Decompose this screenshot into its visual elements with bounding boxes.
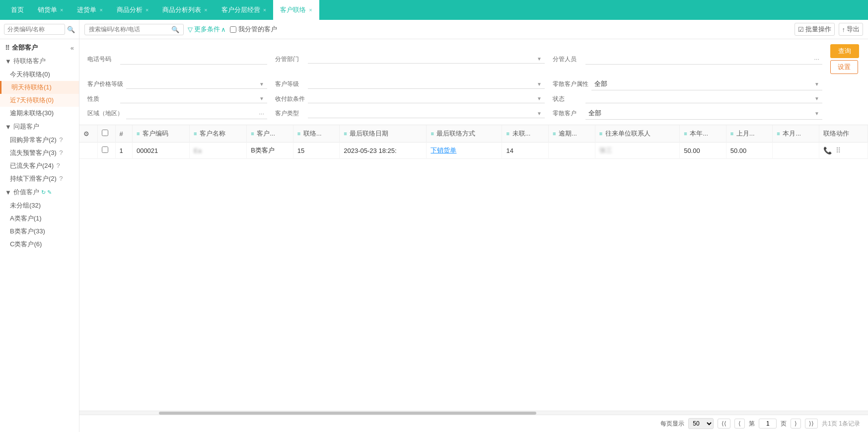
sidebar-pending-group[interactable]: ▼ 待联络客户 <box>0 54 79 68</box>
edit-icon[interactable]: ✎ <box>47 189 52 196</box>
help-icon-2: ? <box>56 162 60 169</box>
cvg-arrow: ▼ <box>259 81 264 87</box>
sidebar-item-a-class[interactable]: A类客户(1) <box>0 212 79 225</box>
query-btn[interactable]: 查询 <box>830 44 859 58</box>
ra-arrow: ▼ <box>814 81 819 87</box>
nav-home[interactable]: 首页 <box>4 0 31 20</box>
sidebar-item-tomorrow-pending[interactable]: 明天待联络(1) <box>0 81 79 94</box>
settings-btn[interactable]: 设置 <box>830 60 858 74</box>
sidebar-search-icon[interactable]: 🔍 <box>67 26 75 33</box>
td-seq: 1 <box>115 143 132 159</box>
nav-product-analysis-list[interactable]: 商品分析列表 × <box>155 0 214 20</box>
filter-retail-attr-label: 零散客户属性 <box>553 80 588 88</box>
main-layout: 🔍 ⠿ 全部客户 « ▼ 待联络客户 今天待联络(0) 明天待联络(1) 近7天… <box>0 20 868 432</box>
filter-retail-customer: 零散客户 全部 ▼ <box>553 107 822 120</box>
select-all-checkbox[interactable] <box>102 130 108 136</box>
th-uc-icon: ≡ <box>599 131 602 137</box>
phone-action-icon[interactable]: 📞 <box>823 146 832 154</box>
first-page-btn[interactable]: ⟨⟨ <box>718 419 730 429</box>
filter-dept-label: 分管部门 <box>275 55 305 64</box>
nav-customer-tier[interactable]: 客户分层经营 × <box>215 0 273 20</box>
sidebar-problem-group[interactable]: ▼ 问题客户 <box>0 120 79 134</box>
sidebar-all-customers-header[interactable]: ⠿ 全部客户 « <box>0 39 79 54</box>
filter-person: 分管人员 ··· <box>553 54 822 65</box>
my-customers-checkbox[interactable] <box>230 26 236 33</box>
th-ty-icon: ≡ <box>684 131 687 137</box>
area-dots-icon[interactable]: ··· <box>259 110 264 117</box>
toolbar: 🔍 ▽ 更多条件 ∧ 我分管的客户 ☑ 批量操作 ↑ 导出 <box>79 20 868 39</box>
filter-status-select[interactable]: ▼ <box>585 94 822 103</box>
nav-sales-order-close[interactable]: × <box>60 7 63 13</box>
sidebar-value-group[interactable]: ▼ 价值客户 ↻ ✎ <box>0 185 79 199</box>
filter-customer-grade-select[interactable]: ▼ <box>308 80 545 89</box>
toolbar-search-icon[interactable]: 🔍 <box>171 26 179 33</box>
sidebar-collapse-btn[interactable]: « <box>71 44 74 52</box>
rc-arrow: ▼ <box>814 111 819 116</box>
sidebar-search-input[interactable] <box>4 24 65 35</box>
sidebar-item-repurchase-abnormal[interactable]: 回购异常客户(2) ? <box>0 134 79 146</box>
sidebar-item-c-class[interactable]: C类客户(6) <box>0 238 79 251</box>
person-dots-icon[interactable]: ··· <box>814 55 819 63</box>
sidebar-item-today-pending[interactable]: 今天待联络(0) <box>0 68 79 81</box>
refresh-icon[interactable]: ↻ <box>41 189 46 196</box>
status-arrow: ▼ <box>814 96 819 101</box>
filter-dept-select[interactable]: ▼ <box>308 55 545 64</box>
my-customers-checkbox-label[interactable]: 我分管的客户 <box>230 25 277 34</box>
export-icon: ↑ <box>842 26 846 33</box>
page-number-input[interactable] <box>759 419 777 429</box>
filter-area-select[interactable]: ··· <box>126 108 267 119</box>
nav-purchase-order-close[interactable]: × <box>99 7 102 13</box>
batch-operation-btn[interactable]: ☑ 批量操作 <box>795 23 835 36</box>
sidebar-item-ungrouped[interactable]: 未分组(32) <box>0 199 79 212</box>
per-page-select[interactable]: 50 100 200 <box>688 418 714 429</box>
filter-retail-customer-label: 零散客户 <box>553 109 582 118</box>
td-this-month <box>773 143 819 159</box>
filter-customer-type-select[interactable]: ▼ <box>308 109 545 118</box>
grid-action-icon[interactable]: ⠿ <box>836 146 841 154</box>
horizontal-scrollbar[interactable] <box>79 411 868 415</box>
nav-customer-contact[interactable]: 客户联络 × <box>273 0 319 20</box>
nav-product-analysis[interactable]: 商品分析 × <box>110 0 155 20</box>
more-conditions-btn[interactable]: ▽ 更多条件 ∧ <box>188 25 226 34</box>
scrollbar-thumb[interactable] <box>159 412 536 415</box>
nav-customer-tier-close[interactable]: × <box>263 7 266 13</box>
filter-payment-select[interactable]: ▼ <box>308 94 545 103</box>
filter-retail-customer-select[interactable]: 全部 ▼ <box>585 107 822 120</box>
th-uncontacted: ≡ 未联... <box>502 125 549 143</box>
settings-icon[interactable]: ⚙ <box>83 130 89 138</box>
table-row: 1 000021 Ea B类客户 15 2023-05-23 18:25: 下销… <box>79 143 868 159</box>
footer: 每页显示 50 100 200 ⟨⟨ ⟨ 第 页 ⟩ ⟩⟩ 共1页 1条记录 <box>79 415 868 432</box>
last-page-btn[interactable]: ⟩⟩ <box>805 419 818 429</box>
export-btn[interactable]: ↑ 导出 <box>839 23 864 36</box>
td-last-contact-method[interactable]: 下销货单 <box>427 143 502 159</box>
sidebar-item-7day-pending[interactable]: 近7天待联络(0) <box>0 94 79 107</box>
sidebar-item-overdue-pending[interactable]: 逾期未联络(30) <box>0 107 79 120</box>
sidebar-item-declining[interactable]: 持续下滑客户(2) ? <box>0 172 79 185</box>
nav-product-analysis-list-close[interactable]: × <box>204 7 207 13</box>
nav-customer-contact-close[interactable]: × <box>309 7 312 13</box>
pending-arrow-icon: ▼ <box>5 58 11 65</box>
filter-phone-input[interactable] <box>120 54 267 65</box>
top-navigation: 首页 销货单 × 进货单 × 商品分析 × 商品分析列表 × 客户分层经营 × … <box>0 0 868 20</box>
page-suffix: 页 <box>781 420 787 428</box>
nav-purchase-order[interactable]: 进货单 × <box>70 0 109 20</box>
search-input[interactable] <box>89 26 171 33</box>
filter-nature-select[interactable]: ▼ <box>120 94 267 103</box>
th-customer-code: ≡ 客户编码 <box>132 125 189 143</box>
sidebar-item-churned[interactable]: 已流失客户(24) ? <box>0 159 79 172</box>
filter-customer-value-grade-label: 客户价格等级 <box>87 80 123 88</box>
th-name-icon: ≡ <box>194 131 197 137</box>
nav-sales-order[interactable]: 销货单 × <box>31 0 70 20</box>
prev-page-btn[interactable]: ⟨ <box>734 419 745 429</box>
td-checkbox <box>97 143 115 159</box>
th-unit-contact: ≡ 往来单位联系人 <box>595 125 680 143</box>
sidebar-item-churn-warning[interactable]: 流失预警客户(3) ? <box>0 146 79 159</box>
filter-person-select[interactable]: ··· <box>585 54 822 65</box>
unit-contact-blurred: 张三 <box>599 146 612 154</box>
filter-customer-value-grade-select[interactable]: ▼ <box>126 80 267 89</box>
nav-product-analysis-close[interactable]: × <box>145 7 148 13</box>
row-checkbox[interactable] <box>102 146 108 153</box>
filter-retail-attr-select[interactable]: 全部 ▼ <box>591 78 822 90</box>
sidebar-item-b-class[interactable]: B类客户(33) <box>0 225 79 238</box>
next-page-btn[interactable]: ⟩ <box>791 419 801 429</box>
